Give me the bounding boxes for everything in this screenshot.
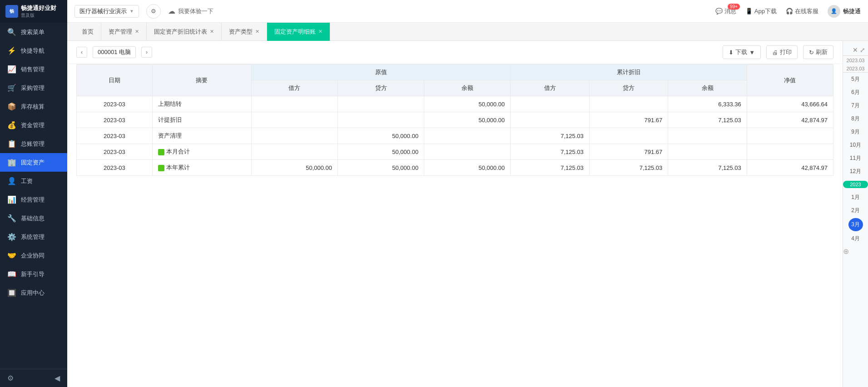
- feedback-button[interactable]: ☁ 我要体验一下: [168, 7, 213, 15]
- col-netvalue: 净值: [747, 64, 833, 96]
- close-panel-icon[interactable]: ✕: [853, 46, 858, 54]
- cell-orig-debit-3: [251, 144, 337, 160]
- sidebar-item-sales[interactable]: 📈 销售管理: [0, 60, 67, 79]
- col-orig-balance: 余额: [424, 80, 511, 96]
- table-row: 2023-03 上期结转 50,000.00 6,333.36 43,666.6…: [77, 96, 833, 112]
- month-item-prev-5月[interactable]: 5月: [843, 73, 868, 86]
- refresh-button[interactable]: ↻ 刷新: [803, 45, 833, 59]
- ledger-icon: 📋: [7, 139, 16, 148]
- cell-acc-credit-0: [589, 96, 668, 112]
- month-item-prev-6月[interactable]: 6月: [843, 86, 868, 99]
- sidebar-item-fixedasset[interactable]: 🏢 固定资产: [0, 153, 67, 172]
- cell-orig-balance-4: 50,000.00: [424, 160, 511, 176]
- col-group-accumulated: 累计折旧: [511, 64, 747, 80]
- sidebar-item-label-newbie: 新手引导: [21, 270, 60, 278]
- appcenter-icon: 🔲: [7, 288, 16, 297]
- sidebar-item-newbie[interactable]: 📖 新手引导: [0, 265, 67, 283]
- sidebar-item-search[interactable]: 🔍 搜索菜单: [0, 23, 67, 41]
- download-button[interactable]: ⬇ 下载 ▼: [723, 45, 761, 59]
- month-item-4月[interactable]: 4月: [843, 232, 868, 245]
- download-label: 下载: [735, 48, 747, 56]
- tab-close-assettype[interactable]: ✕: [255, 29, 259, 35]
- expand-months-icon[interactable]: ⊕: [843, 245, 868, 258]
- operation-icon: 📊: [7, 195, 16, 204]
- sidebar-scroll: 🔍 搜索菜单 ⚡ 快捷导航 📈 销售管理 🛒 采购管理 📦 库存核算 💰 资金管…: [0, 23, 67, 369]
- avatar: 👤: [828, 5, 840, 18]
- sidebar-item-sysadmin[interactable]: ⚙️ 系统管理: [0, 228, 67, 246]
- month-item-prev-7月[interactable]: 7月: [843, 99, 868, 112]
- expand-panel-icon[interactable]: ⤢: [860, 46, 865, 54]
- sidebar-item-appcenter[interactable]: 🔲 应用中心: [0, 283, 67, 302]
- settings-button[interactable]: ⚙: [146, 4, 161, 19]
- quicknav-icon: ⚡: [7, 46, 16, 55]
- finance-icon: 💰: [7, 121, 16, 129]
- month-item-prev-8月[interactable]: 8月: [843, 112, 868, 125]
- prev-asset-button[interactable]: ‹: [76, 47, 87, 58]
- month-item-prev-9月[interactable]: 9月: [843, 125, 868, 139]
- cell-acc-debit-3: 7,125.03: [511, 144, 590, 160]
- cell-netvalue-0: 43,666.64: [747, 96, 833, 112]
- sysadmin-icon: ⚙️: [7, 233, 16, 241]
- row-icon-4: [158, 165, 164, 171]
- company-selector[interactable]: 医疗器械行业演示 ▼: [74, 5, 139, 18]
- tab-asset[interactable]: 资产管理 ✕: [101, 23, 147, 41]
- support-button[interactable]: 🎧 在线客服: [786, 7, 818, 15]
- sidebar-item-quicknav[interactable]: ⚡ 快捷导航: [0, 41, 67, 60]
- sidebar-item-label-search: 搜索菜单: [21, 28, 60, 36]
- sidebar-item-ledger[interactable]: 📋 总账管理: [0, 134, 67, 153]
- sidebar-item-operation[interactable]: 📊 经营管理: [0, 190, 67, 209]
- month-item-3月[interactable]: 3月: [848, 218, 863, 231]
- user-menu[interactable]: 👤 畅捷通: [828, 5, 861, 18]
- cell-netvalue-2: [747, 128, 833, 144]
- sidebar-item-label-collab: 企业协同: [21, 252, 60, 260]
- month-item-1月[interactable]: 1月: [843, 191, 868, 204]
- phone-icon: 📱: [745, 8, 753, 15]
- cell-summary-0: 上期结转: [152, 96, 251, 112]
- tab-home[interactable]: 首页: [74, 23, 101, 41]
- tab-depreciation[interactable]: 固定资产折旧统计表 ✕: [147, 23, 222, 41]
- sidebar-item-purchase[interactable]: 🛒 采购管理: [0, 79, 67, 97]
- app-download-button[interactable]: 📱 App下载: [745, 7, 777, 15]
- cell-acc-credit-3: 791.67: [589, 144, 668, 160]
- topbar: 医疗器械行业演示 ▼ ⚙ ☁ 我要体验一下 💬 消息 99+ 📱 App下载 🎧…: [67, 0, 868, 23]
- month-item-2月[interactable]: 2月: [843, 204, 868, 217]
- col-acc-credit: 贷方: [589, 80, 668, 96]
- sidebar-item-basics[interactable]: 🔧 基础信息: [0, 209, 67, 228]
- settings-icon[interactable]: ⚙: [7, 374, 14, 382]
- fixed-asset-detail-table: 日期 摘要 原值 累计折旧 净值 借方 贷方 余额 借方 贷方 余额: [76, 64, 833, 176]
- print-button[interactable]: 🖨 打印: [766, 45, 798, 59]
- year-2023-badge[interactable]: 2023: [843, 181, 868, 188]
- cell-acc-balance-3: [668, 144, 747, 160]
- tab-close-depreciation[interactable]: ✕: [210, 29, 214, 35]
- sidebar-item-label-operation: 经营管理: [21, 196, 60, 204]
- collab-icon: 🤝: [7, 251, 16, 260]
- tab-assettype[interactable]: 资产类型 ✕: [222, 23, 267, 41]
- message-button[interactable]: 💬 消息 99+: [715, 7, 736, 15]
- tab-detail[interactable]: 固定资产明细账 ✕: [267, 23, 330, 41]
- tab-close-asset[interactable]: ✕: [135, 29, 139, 35]
- row-icon-3: [158, 149, 164, 155]
- cell-acc-credit-1: 791.67: [589, 112, 668, 128]
- chevron-down-icon: ▼: [129, 9, 134, 14]
- table-row: 2023-03 资产清理 50,000.00 7,125.03: [77, 128, 833, 144]
- tabbar: 首页资产管理 ✕固定资产折旧统计表 ✕资产类型 ✕固定资产明细账 ✕: [67, 23, 868, 41]
- next-asset-button[interactable]: ›: [141, 47, 152, 58]
- sidebar-item-payroll[interactable]: 👤 工资: [0, 172, 67, 190]
- col-date: 日期: [77, 64, 153, 96]
- download-icon: ⬇: [729, 49, 734, 56]
- cell-orig-credit-2: 50,000.00: [338, 128, 424, 144]
- month-item-prev-10月[interactable]: 10月: [843, 139, 868, 152]
- headset-icon: 🎧: [786, 8, 793, 15]
- sidebar-item-inventory[interactable]: 📦 库存核算: [0, 97, 67, 116]
- month-item-prev-11月[interactable]: 11月: [843, 152, 868, 165]
- collapse-icon[interactable]: ◀: [55, 374, 60, 382]
- company-name: 医疗器械行业演示: [79, 7, 127, 15]
- cell-netvalue-4: 42,874.97: [747, 160, 833, 176]
- sidebar-item-finance[interactable]: 💰 资金管理: [0, 116, 67, 134]
- month-item-prev-12月[interactable]: 12月: [843, 165, 868, 178]
- cell-date-0: 2023-03: [77, 96, 153, 112]
- tab-close-detail[interactable]: ✕: [318, 29, 322, 35]
- cell-orig-credit-0: [338, 96, 424, 112]
- sidebar-item-collab[interactable]: 🤝 企业协同: [0, 246, 67, 265]
- basics-icon: 🔧: [7, 214, 16, 223]
